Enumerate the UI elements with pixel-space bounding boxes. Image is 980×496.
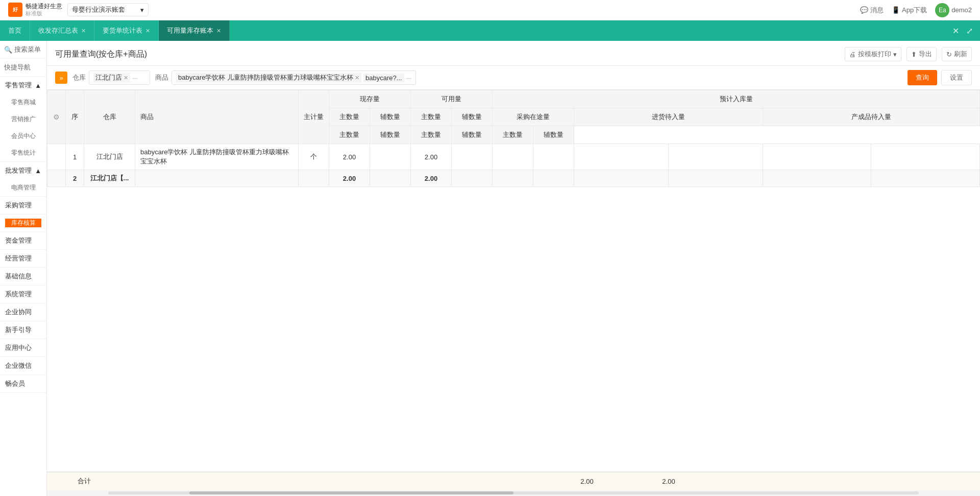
row2-purchase-aux	[533, 170, 574, 187]
row1-settings	[47, 144, 66, 170]
tab-available-stock[interactable]: 可用量库存账本 ✕	[159, 20, 230, 41]
row2-goods	[135, 170, 299, 187]
row2-avail-main: 2.00	[411, 170, 452, 187]
sidebar-group-guide-title[interactable]: 新手引导	[0, 321, 46, 339]
print-icon: 🖨	[849, 51, 856, 58]
sidebar-group-apps-title[interactable]: 应用中心	[0, 339, 46, 357]
sidebar-group-inventory: 库存核算	[0, 215, 46, 232]
table-settings-icon[interactable]: ⚙	[53, 113, 60, 121]
logo-text-group: 畅捷通好生意 标准版	[26, 3, 62, 17]
row2-inbound-aux	[668, 170, 763, 187]
table-row: 2 江北门店【... 2.00 2.00	[47, 170, 980, 187]
col-finished-header: 产成品待入量	[763, 108, 979, 126]
sidebar-item-retail-mall[interactable]: 零售商城	[0, 94, 46, 111]
row1-avail-main: 2.00	[411, 144, 452, 170]
new-guide-label: 新手引导	[5, 325, 32, 335]
footer-finished-main	[893, 478, 934, 485]
scrollbar-track[interactable]	[108, 491, 919, 494]
goods-label: 商品	[155, 73, 168, 82]
sidebar-item-retail-stats[interactable]: 零售统计	[0, 145, 46, 161]
row2-avail-aux	[452, 170, 493, 187]
close-all-btn[interactable]: ✕	[950, 25, 961, 37]
goods-tag-container[interactable]: babycare学饮杯 儿童防摔防撞吸管杯重力球吸嘴杯宝宝水杯 ✕ babyca…	[172, 70, 416, 85]
row1-no: 1	[66, 144, 84, 170]
sidebar-group-basic-title[interactable]: 基础信息	[0, 268, 46, 285]
sidebar-group-member-service-title[interactable]: 畅会员	[0, 375, 46, 392]
row1-unit: 个	[299, 144, 329, 170]
row1-purchase-main	[493, 144, 533, 170]
col-unit-header: 主计量	[299, 90, 329, 144]
sidebar-group-enterprise-title[interactable]: 企业协同	[0, 303, 46, 321]
settings-button[interactable]: 设置	[941, 70, 972, 85]
tab-receive-summary-close[interactable]: ✕	[81, 28, 86, 34]
sidebar-group-operations-title[interactable]: 经营管理	[0, 250, 46, 267]
footer-inbound-aux	[852, 478, 893, 485]
sidebar-group-wholesale-title[interactable]: 批发管理 ▲	[0, 162, 46, 179]
col-goods-header: 商品	[135, 90, 299, 144]
goods-ellipsis[interactable]: ···	[406, 74, 412, 82]
refresh-button[interactable]: ↻ 刷新	[942, 47, 972, 61]
warehouse-tag-container[interactable]: 江北门店 ✕ ···	[89, 70, 150, 85]
footer-purchase-aux	[771, 478, 812, 485]
message-action[interactable]: 💬 消息	[860, 6, 884, 15]
sidebar-group-apps: 应用中心	[0, 339, 46, 357]
sidebar-group-member-service: 畅会员	[0, 375, 46, 393]
export-label: 导出	[919, 50, 932, 59]
row2-inbound-main	[574, 170, 669, 187]
warehouse-label: 仓库	[72, 73, 86, 82]
export-icon: ⬆	[911, 51, 917, 58]
user-area[interactable]: Ea demo2	[935, 3, 972, 17]
tab-home[interactable]: 首页	[0, 20, 30, 41]
sidebar-group-finance-title[interactable]: 资金管理	[0, 232, 46, 249]
sidebar-group-guide: 新手引导	[0, 321, 46, 339]
sidebar-item-marketing[interactable]: 营销推广	[0, 111, 46, 128]
industry-label: 母婴行业演示账套	[72, 5, 125, 14]
table-row: 1 江北门店 babycare学饮杯 儿童防摔防撞吸管杯重力球吸嘴杯宝宝水杯 个…	[47, 144, 980, 170]
query-button[interactable]: 查询	[908, 70, 937, 85]
finance-management-label: 资金管理	[5, 236, 32, 245]
sidebar-quick-nav[interactable]: 快捷导航	[0, 59, 46, 77]
industry-selector[interactable]: 母婴行业演示账套 ▾	[67, 3, 149, 16]
sidebar-search[interactable]: 🔍 搜索菜单	[0, 41, 46, 59]
col-stock-aux-header: 辅数量	[370, 108, 411, 126]
filter-actions: 查询 设置	[908, 70, 972, 85]
col-no-header: 序	[66, 90, 84, 144]
sidebar-group-purchase: 采购管理	[0, 197, 46, 215]
sidebar-group-inventory-title[interactable]: 库存核算	[0, 215, 46, 231]
col-purchase-header: 采购在途量	[493, 108, 574, 126]
sidebar-item-inventory[interactable]: 库存核算	[5, 219, 41, 227]
chevron-up-icon: ▲	[35, 82, 41, 89]
sidebar-search-label: 搜索菜单	[14, 45, 41, 54]
print-label: 按模板打印	[858, 50, 891, 59]
tab-receive-summary-label: 收发存汇总表	[38, 26, 78, 35]
tab-order-stats-close[interactable]: ✕	[145, 28, 150, 34]
sidebar-group-wholesale: 批发管理 ▲ 电商管理	[0, 162, 46, 197]
tab-receive-summary[interactable]: 收发存汇总表 ✕	[30, 20, 94, 41]
goods-tag-1-remove[interactable]: ✕	[355, 75, 359, 81]
scrollbar-thumb[interactable]	[189, 491, 513, 494]
print-button[interactable]: 🖨 按模板打印 ▾	[845, 47, 901, 61]
footer-purchase-main	[730, 478, 771, 485]
tab-order-stats[interactable]: 要货单统计表 ✕	[94, 20, 159, 41]
sidebar-group-retail-title[interactable]: 零售管理 ▲	[0, 77, 46, 94]
goods-tag-2-text: babycare?...	[365, 74, 402, 82]
app-download-action[interactable]: 📱 App下载	[892, 6, 927, 15]
table-container: ⚙ 序 仓库 商品 主计量 现存量 可用量 预计入库量 主数量 辅数量 主数量	[47, 90, 980, 471]
footer-stock-aux	[607, 478, 648, 485]
col-finished-aux-header: 辅数量	[533, 126, 574, 144]
warehouse-tag-remove[interactable]: ✕	[124, 75, 128, 81]
filter-bar: » 仓库 江北门店 ✕ ··· 商品 babycare学饮杯 儿童防摔防撞吸管杯…	[47, 66, 980, 90]
tab-home-label: 首页	[8, 26, 21, 35]
filter-toggle-btn[interactable]: »	[55, 72, 67, 84]
tab-available-stock-close[interactable]: ✕	[216, 28, 221, 34]
sidebar-group-wechat-title[interactable]: 企业微信	[0, 357, 46, 374]
sidebar-item-member[interactable]: 会员中心	[0, 128, 46, 145]
sidebar-group-purchase-title[interactable]: 采购管理	[0, 197, 46, 214]
export-button[interactable]: ⬆ 导出	[906, 47, 937, 61]
sidebar-group-system-title[interactable]: 系统管理	[0, 286, 46, 303]
footer-values: 2.00 2.00	[567, 478, 975, 485]
maximize-btn[interactable]: ⤢	[964, 25, 975, 37]
row1-warehouse: 江北门店	[84, 144, 135, 170]
warehouse-ellipsis[interactable]: ···	[132, 74, 138, 82]
sidebar-item-ecommerce[interactable]: 电商管理	[0, 179, 46, 196]
